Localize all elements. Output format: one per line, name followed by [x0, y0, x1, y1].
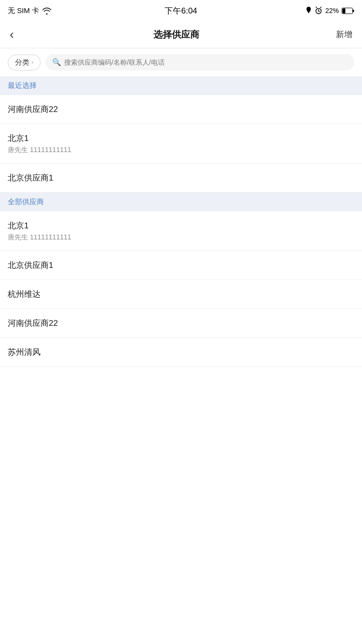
item-name: 北京1: [8, 220, 354, 231]
item-name: 苏州清风: [8, 347, 354, 358]
category-filter-button[interactable]: 分类 ›: [8, 55, 41, 70]
battery-text: 22%: [325, 7, 339, 14]
status-bar: 无 SIM 卡 下午6:04 22%: [0, 0, 362, 21]
recent-section-header: 最近选择: [0, 76, 362, 95]
category-label: 分类: [15, 58, 29, 67]
svg-line-3: [316, 7, 317, 8]
nav-bar: ‹ 选择供应商 新增: [0, 21, 362, 48]
list-item[interactable]: 北京供应商1: [0, 251, 362, 280]
svg-line-2: [319, 11, 320, 12]
item-name: 河南供应商22: [8, 104, 354, 115]
wifi-icon: [42, 7, 52, 14]
list-item[interactable]: 河南供应商22: [0, 309, 362, 338]
item-name: 杭州维达: [8, 289, 354, 300]
status-time: 下午6:04: [165, 5, 197, 16]
list-item[interactable]: 北京供应商1: [0, 164, 362, 193]
svg-rect-7: [353, 10, 354, 12]
svg-rect-6: [343, 8, 346, 13]
item-name: 北京1: [8, 133, 354, 144]
item-name: 河南供应商22: [8, 318, 354, 329]
new-action-button[interactable]: 新增: [323, 29, 352, 40]
list-item[interactable]: 杭州维达: [0, 280, 362, 309]
status-right: 22%: [306, 7, 354, 14]
search-box[interactable]: 🔍: [45, 54, 354, 70]
all-section-header: 全部供应商: [0, 193, 362, 211]
page-title: 选择供应商: [29, 28, 323, 41]
search-input[interactable]: [64, 58, 348, 66]
list-item[interactable]: 北京1唐先生 11111111111: [0, 211, 362, 251]
location-icon: [306, 7, 312, 14]
list-item[interactable]: 苏州清风: [0, 338, 362, 367]
search-icon: 🔍: [52, 58, 61, 67]
item-sub: 唐先生 11111111111: [8, 146, 354, 154]
item-name: 北京供应商1: [8, 172, 354, 183]
filter-bar: 分类 › 🔍: [0, 48, 362, 76]
svg-line-4: [320, 7, 321, 8]
list-item[interactable]: 北京1唐先生 11111111111: [0, 124, 362, 164]
all-list: 北京1唐先生 11111111111北京供应商1杭州维达河南供应商22苏州清风: [0, 211, 362, 367]
alarm-icon: [315, 7, 322, 14]
no-sim-text: 无 SIM 卡: [8, 6, 39, 15]
recent-list: 河南供应商22北京1唐先生 11111111111北京供应商1: [0, 95, 362, 193]
list-item[interactable]: 河南供应商22: [0, 95, 362, 124]
battery-icon: [342, 8, 354, 14]
status-left: 无 SIM 卡: [8, 6, 52, 15]
item-name: 北京供应商1: [8, 260, 354, 271]
back-button[interactable]: ‹: [10, 27, 29, 42]
item-sub: 唐先生 11111111111: [8, 233, 354, 242]
chevron-right-icon: ›: [31, 59, 33, 66]
